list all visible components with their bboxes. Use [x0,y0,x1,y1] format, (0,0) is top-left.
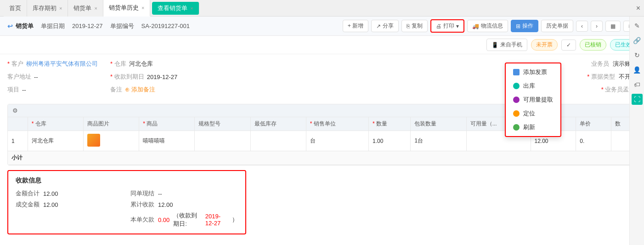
refresh-item[interactable]: 刷新 [506,120,560,134]
share-icon: ↗ [376,23,381,29]
project-label: 项目 [7,85,19,94]
locate-item[interactable]: 定位 [506,107,560,120]
col-warehouse: 仓库 [28,117,83,131]
warehouse-label: 仓库 [110,60,126,68]
tab-bar: 首页 库存期初 × 销货单 × 销货单历史 × 查看销货单 × × [0,0,644,17]
complete-button[interactable]: ✓ [561,40,576,51]
sold-tag[interactable]: 已核销 [580,39,606,51]
payment-grid: 金额合计 12.00 同单现结 -- 成交金额 12.00 累计收款 12.00… [16,189,238,228]
balance-label: 本单欠款 [130,216,154,224]
cell-unit: 台 [306,131,368,151]
tab-sales-history[interactable]: 销货单历史 × [103,0,150,17]
tab-sales-order[interactable]: 销货单 × [68,0,103,17]
open-ticket-tag[interactable]: 未开票 [531,39,558,51]
warehouse-field: 仓库 河北仓库 [110,60,202,68]
check-icon: ✓ [566,42,571,48]
project-field: 项目 -- [7,85,99,94]
user-sidebar-icon[interactable]: 👤 [632,64,643,75]
due-date-value: 2019-12-27 [147,74,178,80]
edit-sidebar-icon[interactable]: ✎ [632,20,643,31]
close-view-tab[interactable]: × [190,6,193,11]
add-invoice-item[interactable]: 添加发票 [506,65,560,79]
balance-value: 0.00 [158,217,169,223]
due-date-field: 收款到期日 2019-12-27 [110,73,202,81]
balance-item: 本单欠款 0.00 （收款到期日: 2019-12-27 ） [130,211,238,228]
tab-home[interactable]: 首页 [4,0,27,17]
balance-suffix: （收款到期日: [173,211,202,228]
operations-button[interactable]: ⊞ 操作 [511,20,538,32]
payment-title: 收款信息 [16,177,238,185]
ticket-label: 票据类型 [587,73,615,81]
cell-qty: 1.00 [369,131,411,151]
balance-end: ） [232,216,238,224]
doc-header: ↩ 销货单 单据日期 2019-12-27 单据编号 SA-20191227-0… [0,17,644,36]
project-value: -- [22,86,26,93]
operations-dropdown: 添加发票 出库 可用量提取 定位 刷新 [505,63,561,137]
grid-view-button[interactable]: ▦ [605,21,621,32]
print-icon: 🖨 [436,23,441,29]
close-history-tab[interactable]: × [141,5,144,11]
doc-number-value: SA-20191227-001 [141,23,190,29]
note-field: 备注 ⊕ 添加备注 [110,85,202,94]
outbound-icon [513,83,520,89]
share-button[interactable]: ↗ 分享 [371,20,399,32]
main-area: ↩ 销货单 单据日期 2019-12-27 单据编号 SA-20191227-0… [0,17,644,245]
doc-meta: 单据日期 2019-12-27 单据编号 SA-20191227-001 [41,22,335,30]
tab-view-sales-order[interactable]: 查看销货单 × [152,2,199,15]
link-sidebar-icon[interactable]: 🔗 [632,35,643,46]
close-inventory-tab[interactable]: × [59,6,62,11]
phone-button[interactable]: 📱 来自手机 [486,39,527,51]
table-settings-icon[interactable]: ⚙ [12,107,18,114]
locate-icon [513,110,520,117]
cell-image [83,131,139,151]
close-sales-tab[interactable]: × [94,6,97,11]
customer-field: 客户 柳州粤港平安气体有限公司 [7,60,99,68]
operator-label: 业务员 [591,60,609,68]
salesperson-label: 业务员孟 [601,85,629,94]
print-button[interactable]: 🖨 打印 ▾ [430,19,464,33]
amount-total-item: 金额合计 12.00 [16,189,123,198]
plus-icon: ⊕ [125,86,131,93]
logistics-icon: 🚚 [472,23,479,29]
payment-box: 收款信息 金额合计 12.00 同单现结 -- 成交金额 12.00 累计收款 … [7,170,246,234]
nav-prev-button[interactable]: ‹ [576,21,588,32]
cell-no: 1 [8,131,28,151]
cell-warehouse: 河北仓库 [28,131,83,151]
col-unit-price: 单价 [576,117,611,131]
logistics-button[interactable]: 🚚 物流信息 [467,20,508,32]
cumulative-value: 12.00 [158,201,173,208]
nav-next-button[interactable]: › [591,21,603,32]
history-button[interactable]: 历史单据 [541,20,573,32]
tag-sidebar-icon[interactable]: 🏷 [632,79,643,90]
col-unit: 销售单位 [306,117,368,131]
cell-product: 嘻嘻嘻嘻 [139,131,195,151]
subtotal-row: 小计 [8,151,636,165]
expand-sidebar-icon[interactable]: ⛶ [632,94,643,105]
same-order-value: -- [158,190,162,197]
warehouse-value: 河北仓库 [129,60,153,68]
cell-spec [195,131,250,151]
grid-icon: ⊞ [516,23,520,29]
customer-label: 客户 [7,60,23,68]
copy-button[interactable]: ⎘ 复制 [401,20,428,32]
add-note-button[interactable]: ⊕ 添加备注 [125,85,155,94]
new-button[interactable]: + 新增 [343,20,368,32]
same-order-label: 同单现结 [130,189,154,198]
window-close-button[interactable]: × [636,4,640,12]
subtotal-label: 小计 [8,151,636,165]
customer-value[interactable]: 柳州粤港平安气体有限公司 [26,60,98,68]
amount-total-label: 金额合计 [16,189,40,198]
doc-number-label: 单据编号 [110,22,134,30]
copy-icon: ⎘ [407,23,410,29]
due-date-label: 收款到期日 [110,73,144,81]
cell-min-stock [250,131,306,151]
refresh-sidebar-icon[interactable]: ↻ [632,50,643,61]
toolbar-right: + 新增 ↗ 分享 ⎘ 复制 🖨 打印 ▾ 🚚 物流信息 [343,19,637,33]
tab-inventory-init[interactable]: 库存期初 × [27,0,68,17]
outbound-item[interactable]: 出库 [506,79,560,93]
product-image [87,134,100,147]
available-qty-item[interactable]: 可用量提取 [506,93,560,107]
refresh-icon [513,124,520,131]
add-invoice-icon [513,69,520,75]
col-qty: 数量 [369,117,411,131]
